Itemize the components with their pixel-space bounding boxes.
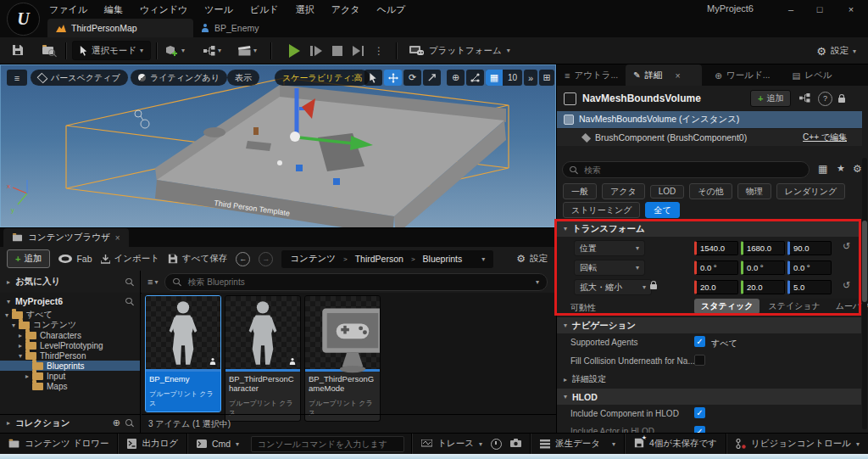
add-collection-icon[interactable]: ⊕ bbox=[113, 417, 120, 428]
close-tab-icon[interactable]: × bbox=[115, 233, 120, 243]
move-tool-button[interactable] bbox=[384, 70, 402, 86]
tree-item-maps[interactable]: Maps bbox=[0, 381, 140, 391]
fab-button[interactable]: Fab bbox=[58, 254, 92, 264]
insights-clock-icon[interactable] bbox=[491, 439, 502, 450]
menu-select[interactable]: 選択 bbox=[296, 3, 314, 16]
skip-button[interactable] bbox=[310, 46, 322, 56]
tab-levels[interactable]: ▤ レベル bbox=[784, 64, 839, 86]
add-component-button[interactable]: + 追加 bbox=[750, 90, 791, 107]
breadcrumb-content[interactable]: コンテンツ bbox=[290, 253, 336, 265]
trace-dropdown[interactable]: トレース ▾ bbox=[413, 434, 491, 454]
play-button[interactable] bbox=[289, 44, 300, 58]
scale-dropdown[interactable]: 拡大・縮小▾ bbox=[574, 279, 652, 295]
content-browser-settings[interactable]: ⚙ 設定 bbox=[516, 253, 548, 265]
select-tool-button[interactable] bbox=[364, 70, 382, 86]
breadcrumb-blueprints[interactable]: Blueprints bbox=[423, 254, 463, 264]
fill-collision-checkbox[interactable] bbox=[694, 355, 705, 366]
filter-lod[interactable]: LOD bbox=[650, 185, 685, 199]
world-local-toggle[interactable]: ⊕ bbox=[447, 70, 465, 86]
asset-search-field[interactable]: ▾ bbox=[164, 273, 548, 291]
details-search-input[interactable] bbox=[582, 165, 802, 176]
rotation-z-field[interactable]: 0.0 ° bbox=[787, 260, 832, 275]
import-button[interactable]: インポート bbox=[101, 253, 159, 265]
back-button[interactable]: ← bbox=[236, 252, 250, 266]
viewport-3d-scene[interactable]: Third Person Template x y bbox=[0, 64, 556, 227]
filter-physics[interactable]: 物理 bbox=[737, 183, 771, 199]
menu-actor[interactable]: アクタ bbox=[331, 3, 360, 16]
stop-button[interactable] bbox=[332, 46, 342, 56]
level-viewport[interactable]: Third Person Template x y ≡ パースペクティブ ライテ… bbox=[0, 64, 556, 227]
location-z-field[interactable]: 90.0 bbox=[787, 241, 832, 255]
unreal-logo[interactable]: U bbox=[7, 3, 40, 36]
lock-icon[interactable] bbox=[838, 98, 845, 103]
filter-general[interactable]: 一般 bbox=[563, 183, 597, 199]
content-browser-icon[interactable] bbox=[42, 47, 53, 54]
unsaved-assets-button[interactable]: ★ 4個が未保存です bbox=[626, 434, 726, 454]
section-transform[interactable]: ▾ トランスフォーム bbox=[557, 221, 861, 237]
breadcrumb[interactable]: コンテンツ > ThirdPerson > Blueprints ▾ bbox=[281, 250, 493, 268]
window-restore-button[interactable]: □ bbox=[805, 4, 834, 14]
help-icon[interactable]: ? bbox=[818, 92, 832, 106]
location-x-field[interactable]: 1540.0 bbox=[694, 241, 738, 255]
show-dropdown[interactable]: 表示 bbox=[227, 70, 259, 86]
details-scrollbar-thumb[interactable] bbox=[862, 221, 867, 302]
derived-data-dropdown[interactable]: 派生データ ▾ bbox=[531, 434, 624, 454]
menu-file[interactable]: ファイル bbox=[49, 3, 87, 16]
content-browser-tab[interactable]: コンテンツブラウザ × bbox=[3, 228, 129, 247]
menu-build[interactable]: ビルド bbox=[250, 3, 279, 16]
tab-bp-enemy[interactable]: BP_Enemy bbox=[196, 19, 281, 37]
tab-world-settings[interactable]: ⊕ ワールド... bbox=[707, 64, 777, 86]
property-matrix-icon[interactable]: ▦ bbox=[818, 163, 827, 175]
close-tab-icon[interactable]: × bbox=[676, 70, 681, 81]
rotation-y-field[interactable]: 0.0 ° bbox=[741, 260, 785, 275]
include-component-hlod-checkbox[interactable]: ✓ bbox=[694, 407, 705, 418]
settings-dropdown[interactable]: ⚙ 設定 ▾ bbox=[816, 37, 856, 64]
asset-bp-thirdpersoncharacter[interactable]: BP_ThirdPersonCharacter ブループリント クラス bbox=[225, 296, 300, 421]
section-hlod[interactable]: ▾ HLOD bbox=[557, 389, 861, 405]
asset-bp-enemy[interactable]: BP_Enemy ブループリント クラス bbox=[146, 296, 220, 411]
eject-button[interactable] bbox=[353, 46, 364, 56]
scale-tool-button[interactable] bbox=[423, 70, 441, 86]
play-options-dots[interactable]: ⋮ bbox=[374, 45, 384, 57]
cpp-edit-link[interactable]: C++ で編集 bbox=[803, 132, 847, 143]
window-close-button[interactable]: × bbox=[834, 4, 868, 14]
component-row-brush[interactable]: BrushComponent (BrushComponent0) C++ で編集 bbox=[557, 129, 862, 146]
edit-blueprint-icon[interactable] bbox=[799, 93, 810, 104]
include-actor-hlod-checkbox[interactable]: ✓ bbox=[694, 426, 705, 433]
view-mode-dropdown[interactable]: ライティングあり bbox=[131, 70, 227, 86]
blueprints-dropdown[interactable]: ▾ bbox=[203, 46, 221, 56]
mobility-stationary[interactable]: ステイショナ bbox=[761, 299, 826, 314]
rotation-dropdown[interactable]: 回転▾ bbox=[574, 260, 645, 276]
filter-actor[interactable]: アクタ bbox=[602, 183, 645, 199]
details-search-field[interactable] bbox=[562, 161, 810, 178]
tab-details[interactable]: ✎ 詳細 × bbox=[626, 64, 702, 86]
menu-edit[interactable]: 編集 bbox=[104, 3, 123, 16]
location-y-field[interactable]: 1680.0 bbox=[741, 241, 785, 255]
menu-tools[interactable]: ツール bbox=[204, 3, 233, 16]
content-drawer-button[interactable]: コンテンツ ドロワー bbox=[0, 434, 117, 454]
tree-item-content[interactable]: ▾コンテンツ bbox=[0, 320, 140, 330]
tree-item-thirdperson[interactable]: ▾ThirdPerson bbox=[0, 350, 140, 361]
viewport-options-menu[interactable]: ≡ bbox=[7, 70, 27, 86]
search-icon[interactable] bbox=[125, 278, 133, 286]
forward-button[interactable]: → bbox=[259, 252, 273, 266]
collections-expander[interactable]: ▸ コレクション ⊕ bbox=[0, 414, 140, 431]
details-settings-icon[interactable]: ⚙ bbox=[853, 163, 862, 175]
asset-grid[interactable]: BP_Enemy ブループリント クラス BP_ThirdPersonChara… bbox=[142, 293, 556, 414]
add-actor-dropdown[interactable]: ▾ bbox=[166, 45, 185, 57]
select-mode-dropdown[interactable]: 選択モード ▾ bbox=[72, 41, 151, 60]
scale-lock-icon[interactable] bbox=[650, 284, 657, 289]
save-all-button[interactable]: すべて保存 bbox=[168, 253, 227, 265]
filter-rendering[interactable]: レンダリング bbox=[776, 183, 845, 199]
tree-item-blueprints[interactable]: Blueprints bbox=[0, 361, 140, 371]
favorites-star-icon[interactable]: ★ bbox=[837, 163, 845, 174]
tree-item-characters[interactable]: ▸Characters bbox=[0, 330, 140, 340]
tree-item-input[interactable]: ▸Input bbox=[0, 371, 140, 381]
filter-all[interactable]: 全て bbox=[645, 202, 679, 218]
rotation-x-field[interactable]: 0.0 ° bbox=[694, 260, 738, 275]
favorites-expander[interactable]: ▸ お気に入り bbox=[0, 271, 141, 293]
reset-location-icon[interactable]: ↺ bbox=[843, 241, 850, 252]
mobility-static[interactable]: スタティック bbox=[694, 299, 760, 314]
scale-z-field[interactable]: 5.0 bbox=[787, 280, 832, 294]
component-row-instance[interactable]: NavMeshBoundsVolume (インスタンス) bbox=[557, 111, 862, 128]
